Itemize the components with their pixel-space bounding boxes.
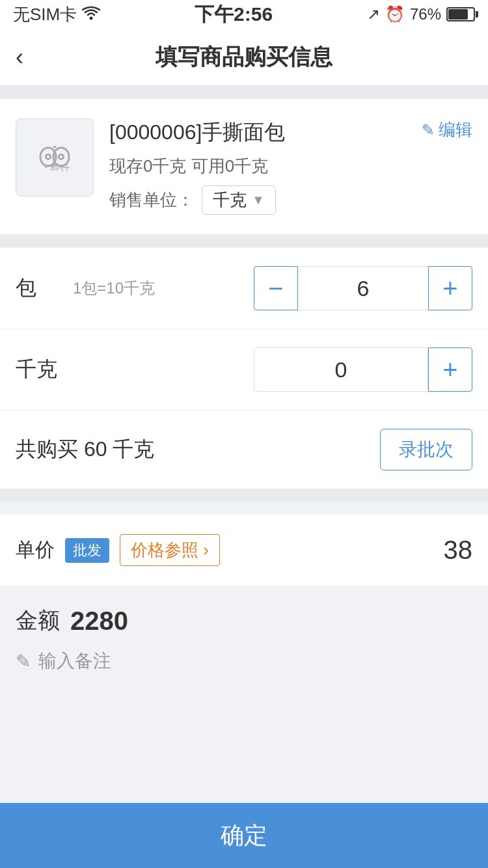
price-section: 单价 批发 价格参照 › 38 (0, 515, 488, 586)
total-row: 共购买 60 千克 录批次 (0, 411, 488, 489)
wifi-icon (82, 5, 100, 25)
kg-quantity-controls: + (254, 347, 472, 392)
unit-label: 销售单位： (109, 189, 194, 211)
nav-bar: ‹ 填写商品购买信息 (0, 29, 488, 86)
edit-button[interactable]: ✎ 编辑 (422, 118, 472, 141)
status-right: ↗ ⏰ 76% (367, 5, 475, 23)
product-unit-row: 销售单位： 千克 ▼ (109, 185, 472, 215)
bag-quantity-controls: − + (254, 266, 472, 310)
record-batch-button[interactable]: 录批次 (380, 429, 472, 470)
product-stock: 现存0千克 可用0千克 (109, 155, 472, 178)
price-ref-button[interactable]: 价格参照 › (120, 534, 220, 566)
back-button[interactable]: ‹ (16, 44, 23, 71)
kg-quantity-input[interactable] (254, 347, 428, 392)
kg-plus-button[interactable]: + (428, 347, 472, 392)
bag-plus-button[interactable]: + (428, 266, 472, 310)
price-tag: 批发 (65, 538, 109, 563)
status-time: 下午2:56 (195, 1, 273, 28)
battery-icon (446, 7, 475, 21)
kg-label: 千克 (16, 355, 68, 384)
price-row: 单价 批发 价格参照 › 38 (0, 515, 488, 586)
edit-label: 编辑 (439, 118, 472, 141)
status-bar: 无SIM卡 下午2:56 ↗ ⏰ 76% (0, 0, 488, 29)
total-label: 共购买 60 千克 (16, 435, 154, 464)
amount-value: 2280 (70, 606, 128, 636)
confirm-button[interactable]: 确定 (221, 820, 267, 852)
bag-quantity-row: 包 1包=10千克 − + (0, 248, 488, 329)
svg-point-6 (60, 156, 62, 158)
unit-arrow-icon: ▼ (252, 193, 265, 208)
mid-divider-2 (0, 489, 488, 502)
mid-divider-1 (0, 234, 488, 247)
confirm-bar[interactable]: 确定 (0, 803, 488, 868)
note-placeholder[interactable]: 输入备注 (38, 649, 111, 673)
product-card: 智计 [0000006]手撕面包 现存0千克 可用0千克 销售单位： 千克 ▼ … (0, 99, 488, 234)
amount-section: 金额 2280 ✎ 输入备注 (0, 586, 488, 686)
battery-percent: 76% (410, 5, 441, 23)
svg-text:智计: 智计 (49, 163, 70, 171)
note-icon: ✎ (16, 651, 31, 672)
quantity-section: 包 1包=10千克 − + 千克 + (0, 248, 488, 411)
product-name: [0000006]手撕面包 (109, 118, 472, 147)
product-logo: 智计 (35, 139, 74, 177)
note-row: ✎ 输入备注 (16, 649, 472, 686)
svg-point-5 (47, 156, 49, 158)
unit-value: 千克 (213, 189, 247, 211)
edit-icon: ✎ (422, 121, 435, 139)
bag-label: 包 (16, 274, 68, 303)
unit-selector[interactable]: 千克 ▼ (202, 185, 276, 215)
page-title: 填写商品购买信息 (156, 42, 332, 72)
bag-quantity-input[interactable] (298, 266, 428, 310)
location-icon: ↗ (367, 5, 380, 23)
amount-label: 金额 (16, 606, 60, 636)
bag-hint: 1包=10千克 (73, 278, 254, 299)
product-info: [0000006]手撕面包 现存0千克 可用0千克 销售单位： 千克 ▼ (109, 118, 472, 215)
bag-minus-button[interactable]: − (254, 266, 298, 310)
product-thumbnail: 智计 (16, 118, 94, 197)
price-label: 单价 (16, 537, 55, 563)
top-divider (0, 86, 488, 99)
amount-row: 金额 2280 (16, 606, 472, 636)
carrier-label: 无SIM卡 (13, 3, 77, 26)
svg-point-0 (90, 16, 93, 20)
alarm-icon: ⏰ (385, 5, 405, 23)
price-value: 38 (444, 536, 473, 565)
status-left: 无SIM卡 (13, 3, 100, 26)
kg-quantity-row: 千克 + (0, 329, 488, 411)
